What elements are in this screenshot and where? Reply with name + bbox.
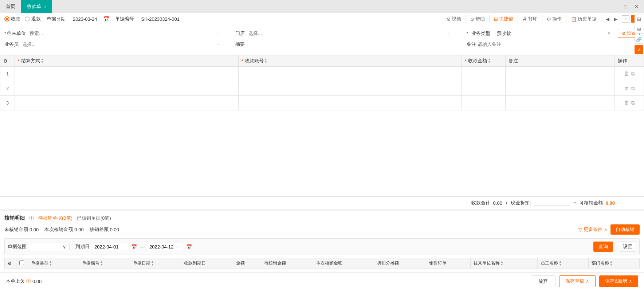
shortcut-btn[interactable]: ⊟ 快捷键 bbox=[494, 16, 513, 22]
plus-sign: + bbox=[505, 200, 508, 206]
due-date-from[interactable] bbox=[92, 243, 128, 251]
verified-tab[interactable]: 已核销单据(0笔) bbox=[77, 215, 111, 222]
th-gear[interactable]: ⚙ bbox=[0, 55, 15, 67]
abandon-btn[interactable]: 放弃 bbox=[531, 275, 555, 287]
nav-right-btn[interactable]: ▶ bbox=[614, 16, 617, 22]
row-1-account[interactable] bbox=[238, 67, 462, 81]
row-2-account[interactable] bbox=[238, 81, 462, 96]
calendar-from-icon[interactable]: 📅 bbox=[131, 244, 137, 250]
receipt-table-section: ⚙ * 结算方式 ▲▼ * 收款账号 ▲▼ bbox=[0, 55, 644, 196]
total-label: 收款合计 bbox=[471, 200, 490, 206]
query-btn[interactable]: 查询 bbox=[593, 242, 613, 252]
save-draft-btn[interactable]: 保存草稿 ∧ bbox=[559, 275, 596, 287]
range-select[interactable]: ∨ bbox=[29, 243, 70, 251]
save-new-btn[interactable]: 保存&新增 ∧ bbox=[599, 275, 638, 287]
counterpart-input[interactable] bbox=[28, 30, 214, 37]
staff-input[interactable] bbox=[21, 41, 214, 48]
due-date-to[interactable] bbox=[147, 243, 183, 251]
row-3-copy-icon[interactable]: ⧉ bbox=[631, 100, 635, 106]
row-2-amount[interactable] bbox=[462, 81, 506, 96]
counterpart-field: * 往来单位 ··· bbox=[4, 30, 221, 37]
close-btn[interactable]: ✕ bbox=[632, 4, 641, 9]
help-btn[interactable]: ⊙ 帮助 bbox=[470, 16, 485, 22]
footer-value: 0.00 bbox=[32, 279, 42, 284]
store-more-btn[interactable]: ··· bbox=[445, 31, 452, 36]
more-conditions-btn[interactable]: ▽ 更多条件 ∧ bbox=[578, 226, 608, 233]
row-3-settle[interactable] bbox=[15, 96, 239, 110]
video-btn[interactable]: ⊙ 视频 bbox=[447, 16, 461, 22]
info-icon[interactable]: ⓘ bbox=[26, 278, 31, 285]
operation-btn[interactable]: ⚙ 操作 bbox=[547, 16, 562, 22]
select-all-checkbox[interactable] bbox=[19, 260, 24, 265]
discount-input[interactable] bbox=[534, 200, 570, 206]
date-field: 单据日期 2023-03-24 📅 bbox=[47, 16, 109, 22]
row-3-amount[interactable] bbox=[462, 96, 506, 110]
date-label: 单据日期 bbox=[47, 16, 66, 22]
vth-date: 单据日期 ▲▼ bbox=[130, 258, 181, 269]
filter-settings-btn[interactable]: 设置 bbox=[619, 242, 636, 252]
vth-amount: 金额 bbox=[233, 258, 261, 269]
toolbar-right: ⊙ 视频 ⊙ 帮助 ⊟ 快捷键 🖨 打印 ⚙ 操作 bbox=[447, 15, 640, 23]
business-type-field: * 业务类型 预收款 ∨ ⚙ 设置 bbox=[467, 29, 640, 38]
pending-tab[interactable]: 待核销单据(0笔) bbox=[38, 215, 72, 222]
history-btn[interactable]: 📋 历史单据 bbox=[571, 16, 597, 22]
sort-arrows-amount[interactable]: ▲▼ bbox=[488, 58, 491, 64]
staff-more-btn[interactable]: ··· bbox=[214, 42, 221, 47]
business-type-arrow[interactable]: ∨ bbox=[608, 31, 610, 36]
maximize-btn[interactable]: □ bbox=[622, 4, 629, 9]
vth-checkbox[interactable] bbox=[16, 258, 28, 269]
row-2-notes[interactable] bbox=[506, 81, 615, 96]
row-1-settle[interactable] bbox=[15, 67, 239, 81]
auto-verify-btn[interactable]: 自动核销 bbox=[610, 224, 640, 235]
tab-close-btn[interactable]: × bbox=[44, 4, 46, 9]
range-label: 单据范围 bbox=[8, 243, 27, 250]
refund-radio[interactable]: 退款 bbox=[25, 16, 41, 22]
business-type-label: 业务类型 bbox=[471, 30, 490, 37]
verify-info-icon[interactable]: ⓘ bbox=[29, 215, 34, 222]
calendar-to-icon[interactable]: 📅 bbox=[186, 244, 192, 250]
notes-input[interactable] bbox=[476, 41, 640, 48]
row-2-copy-icon[interactable]: ⧉ bbox=[631, 85, 635, 91]
gear-icon: ⚙ bbox=[3, 58, 8, 64]
store-input[interactable] bbox=[247, 30, 445, 37]
counterpart-more-btn[interactable]: ··· bbox=[214, 31, 221, 36]
nav-left-btn[interactable]: ◀ bbox=[606, 16, 609, 22]
view-list-btn[interactable]: ≡ bbox=[622, 15, 629, 23]
vth-staff: 员工名称 ▲▼ bbox=[538, 258, 589, 269]
tab-home[interactable]: 首页 bbox=[0, 0, 21, 13]
summary-input[interactable] bbox=[245, 41, 452, 48]
vth-gear[interactable]: ⚙ bbox=[5, 258, 16, 269]
row-3-delete-icon[interactable]: 🗑 bbox=[624, 100, 629, 106]
staff-field: 业务员 ··· bbox=[4, 41, 221, 48]
tab-receipt[interactable]: 收款单 × bbox=[21, 0, 52, 13]
sidebar-expand-btn[interactable]: ⤢ bbox=[635, 45, 643, 54]
row-1-notes[interactable] bbox=[506, 67, 615, 81]
divider6 bbox=[601, 15, 601, 23]
date-calendar-icon[interactable]: 📅 bbox=[103, 16, 109, 22]
due-date-field: 到期日 📅 — 📅 bbox=[75, 243, 192, 251]
sidebar-table-btn[interactable]: ⊞ bbox=[635, 15, 643, 23]
row-2-delete-icon[interactable]: 🗑 bbox=[624, 85, 629, 91]
row-2-actions: 🗑 ⧉ bbox=[615, 81, 644, 96]
unverified-label: 未核销金额 bbox=[4, 226, 28, 233]
sort-arrows-settle[interactable]: ▲▼ bbox=[41, 58, 44, 64]
filter-expand-row: 单据范围 ∨ 到期日 📅 — 📅 查询 设置 bbox=[4, 238, 640, 255]
print-btn[interactable]: 🖨 打印 bbox=[522, 16, 538, 22]
toolbar: 收款 退款 单据日期 2023-03-24 📅 单据编号 SK-20230324… bbox=[0, 13, 644, 25]
sidebar-email-btn[interactable]: ✉ bbox=[635, 25, 643, 34]
th-actions: 操作 bbox=[615, 55, 644, 67]
row-1-amount[interactable] bbox=[462, 67, 506, 81]
number-value: SK-20230324-001 bbox=[141, 16, 180, 22]
row-2-settle[interactable] bbox=[15, 81, 239, 96]
row-1-copy-icon[interactable]: ⧉ bbox=[631, 71, 635, 77]
verify-stats: 未核销金额 0.00 本次核销金额 0.00 核销差额 0.00 ▽ 更多条件 … bbox=[4, 224, 640, 235]
sort-arrows-account[interactable]: ▲▼ bbox=[264, 58, 267, 64]
total-value: 0.00 bbox=[493, 200, 502, 206]
receipt-radio[interactable]: 收款 bbox=[4, 16, 20, 22]
clip-icon: 🔗 bbox=[636, 37, 642, 42]
row-3-account[interactable] bbox=[238, 96, 462, 110]
sidebar-clip-btn[interactable]: 🔗 bbox=[635, 35, 643, 44]
minimize-btn[interactable]: — bbox=[610, 4, 619, 9]
row-3-notes[interactable] bbox=[506, 96, 615, 110]
row-1-delete-icon[interactable]: 🗑 bbox=[624, 71, 629, 77]
